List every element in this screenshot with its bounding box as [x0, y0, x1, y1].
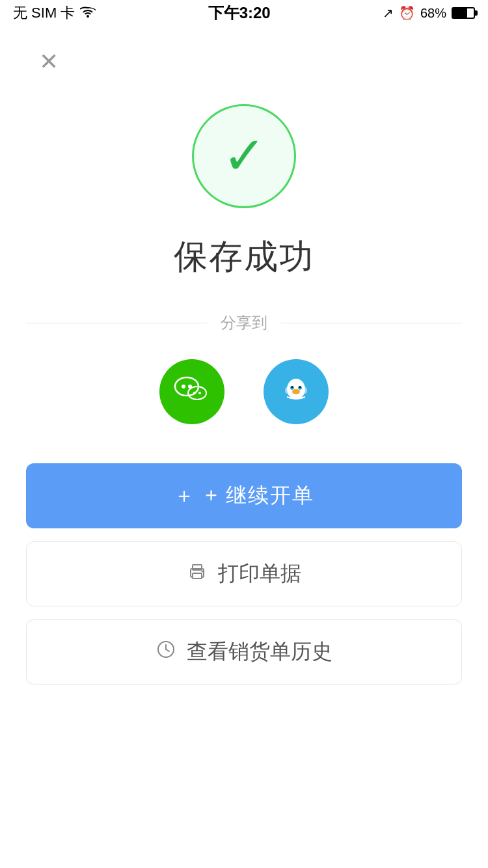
success-title: 保存成功 — [174, 234, 314, 280]
main-content: ✕ ✓ 保存成功 分享到 — [0, 26, 488, 868]
wechat-share-button[interactable] — [159, 359, 224, 424]
history-button[interactable]: 查看销货单历史 — [26, 619, 462, 685]
svg-point-17 — [202, 571, 204, 573]
svg-point-11 — [292, 389, 300, 394]
location-icon: ↗ — [383, 5, 394, 21]
status-left: 无 SIM 卡 — [13, 3, 96, 23]
status-bar: 无 SIM 卡 下午3:20 ↗ ⏰ 68% — [0, 0, 488, 26]
wifi-icon — [80, 5, 96, 21]
share-icons — [26, 359, 462, 424]
svg-point-9 — [291, 387, 293, 388]
svg-point-12 — [285, 387, 289, 394]
close-icon: ✕ — [39, 50, 59, 74]
svg-point-1 — [182, 385, 185, 388]
qq-icon — [277, 372, 316, 411]
continue-order-label: + 继续开单 — [205, 481, 314, 510]
printer-icon — [187, 561, 208, 587]
wechat-icon — [172, 372, 211, 411]
plus-icon: ＋ — [174, 481, 195, 510]
divider-right — [280, 323, 462, 323]
success-indicator: ✓ — [192, 104, 296, 208]
sim-label: 无 SIM 卡 — [13, 3, 75, 23]
svg-point-13 — [303, 387, 307, 394]
svg-point-4 — [193, 392, 196, 394]
battery-icon — [452, 7, 475, 19]
share-divider: 分享到 — [26, 312, 462, 333]
share-label: 分享到 — [221, 312, 267, 333]
history-label: 查看销货单历史 — [187, 638, 332, 666]
svg-point-5 — [198, 392, 201, 394]
svg-point-3 — [188, 387, 206, 400]
qq-share-button[interactable] — [264, 359, 329, 424]
svg-point-10 — [299, 387, 301, 388]
share-section: 分享到 — [26, 312, 462, 424]
alarm-icon: ⏰ — [399, 5, 415, 21]
battery-percent: 68% — [420, 6, 446, 21]
status-time: 下午3:20 — [208, 3, 271, 23]
print-label: 打印单据 — [218, 560, 301, 588]
action-buttons: ＋ + 继续开单 打印单据 查看销货单历史 — [26, 463, 462, 685]
status-right: ↗ ⏰ 68% — [383, 5, 475, 21]
close-button[interactable]: ✕ — [33, 46, 65, 78]
checkmark-icon: ✓ — [223, 130, 266, 182]
continue-order-button[interactable]: ＋ + 继续开单 — [26, 463, 462, 528]
svg-rect-16 — [193, 573, 202, 578]
clock-icon — [156, 639, 176, 665]
print-button[interactable]: 打印单据 — [26, 541, 462, 606]
divider-left — [26, 323, 208, 323]
